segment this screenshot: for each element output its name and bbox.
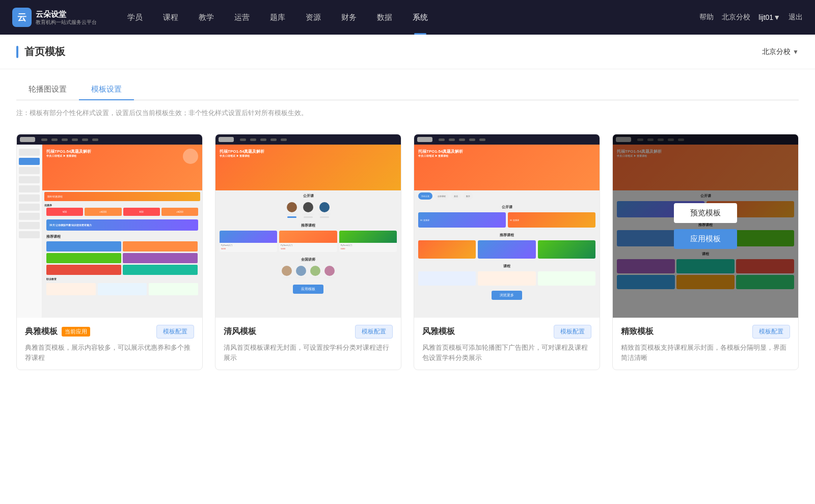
config-button-2[interactable]: 模板配置 — [554, 325, 591, 339]
config-button-3[interactable]: 模板配置 — [752, 325, 790, 339]
navbar: 云 云朵设堂 教育机构一站式服务云平台 学员 课程 教学 运营 题库 资源 财务… — [0, 0, 815, 35]
templates-grid: 托福TPO1-54真题及解析 学员 口语笔试 ▶ 查看课程 限时特惠课程 优惠券 — [0, 126, 815, 390]
chevron-down-icon: ▼ — [793, 48, 799, 55]
nav-item-data[interactable]: 数据 — [367, 0, 402, 35]
user-dropdown[interactable]: lijt01▼ — [758, 13, 780, 21]
template-footer-2: 风雅模板 模板配置 风雅首页模板可添加轮播图下广告图片，可对课程及课程包设置学科… — [414, 318, 600, 370]
template-preview-1: 托福TPO1-54真题及解析 学员 口语笔试 ▶ 查看课程 公开课 — [215, 134, 401, 318]
nav-item-courses[interactable]: 课程 — [153, 0, 188, 35]
mockup-1: 托福TPO1-54真题及解析 学员 口语笔试 ▶ 查看课程 限时特惠课程 优惠券 — [17, 134, 202, 318]
template-footer-0: 典雅模板 当前应用 模板配置 典雅首页模板，展示内容较多，可以展示优惠券和多个推… — [17, 318, 202, 370]
template-preview-2: 托福TPO1-54真题及解析 学员 口语笔试 ▶ 查看课程 学科分类 全部课程 … — [414, 134, 600, 318]
mockup-3: 托福TPO1-54真题及解析 学员 口语笔试 ▶ 查看课程 学科分类 全部课程 … — [414, 134, 600, 318]
nav-item-teaching[interactable]: 教学 — [188, 0, 224, 35]
mockup-2: 托福TPO1-54真题及解析 学员 口语笔试 ▶ 查看课程 公开课 — [215, 134, 401, 318]
template-name-3: 精致模板 — [621, 326, 654, 337]
tabs-container: 轮播图设置 模板设置 — [0, 69, 815, 100]
template-footer-1: 清风模板 模板配置 清风首页模板课程无封面，可设置按学科分类对课程进行展示 — [215, 318, 401, 370]
help-link[interactable]: 帮助 — [699, 13, 714, 22]
nav-item-system[interactable]: 系统 — [402, 0, 438, 35]
nav-items: 学员 课程 教学 运营 题库 资源 财务 数据 系统 — [117, 0, 699, 35]
template-desc-3: 精致首页模板支持课程展示封面，各模板分隔明显，界面简洁清晰 — [621, 343, 790, 362]
template-card-2: 托福TPO1-54真题及解析 学员 口语笔试 ▶ 查看课程 学科分类 全部课程 … — [414, 134, 600, 370]
template-name-0: 典雅模板 — [25, 326, 58, 337]
logo-icon: 云 — [12, 8, 32, 27]
page-header: 首页模板 北京分校 ▼ — [0, 35, 815, 69]
note-text: 注：模板有部分个性化样式设置，设置后仅当前模板生效；非个性化样式设置后针对所有模… — [0, 100, 815, 126]
tab-template[interactable]: 模板设置 — [79, 79, 134, 100]
template-desc-1: 清风首页模板课程无封面，可设置按学科分类对课程进行展示 — [224, 343, 393, 362]
nav-item-resources[interactable]: 资源 — [295, 0, 331, 35]
template-desc-2: 风雅首页模板可添加轮播图下广告图片，可对课程及课程包设置学科分类展示 — [422, 343, 591, 362]
nav-item-operations[interactable]: 运营 — [224, 0, 260, 35]
config-button-0[interactable]: 模板配置 — [156, 325, 194, 339]
branch-selector[interactable]: 北京分校 ▼ — [762, 47, 799, 57]
nav-right: 帮助 北京分校 lijt01▼ 退出 — [699, 13, 803, 22]
template-card-1: 托福TPO1-54真题及解析 学员 口语笔试 ▶ 查看课程 公开课 — [215, 134, 401, 370]
logout-button[interactable]: 退出 — [789, 13, 803, 22]
config-button-1[interactable]: 模板配置 — [355, 325, 393, 339]
template-preview-0: 托福TPO1-54真题及解析 学员 口语笔试 ▶ 查看课程 限时特惠课程 优惠券 — [17, 134, 202, 318]
nav-item-students[interactable]: 学员 — [117, 0, 153, 35]
page-content: 首页模板 北京分校 ▼ 轮播图设置 模板设置 注：模板有部分个性化样式设置，设置… — [0, 35, 815, 504]
template-name-2: 风雅模板 — [422, 326, 455, 337]
nav-item-questions[interactable]: 题库 — [260, 0, 295, 35]
title-bar-decoration — [16, 46, 18, 58]
apply-template-button[interactable]: 应用模板 — [674, 229, 737, 249]
template-preview-3: 托福TPO1-54真题及解析 学员 口语笔试 ▶ 查看课程 公开课 推荐课程 — [613, 134, 798, 318]
template-card-3: 托福TPO1-54真题及解析 学员 口语笔试 ▶ 查看课程 公开课 推荐课程 — [612, 134, 799, 370]
template-overlay-3: 预览模板 应用模板 — [613, 134, 798, 318]
logo-text: 云朵设堂 教育机构一站式服务云平台 — [36, 9, 97, 26]
nav-item-finance[interactable]: 财务 — [331, 0, 367, 35]
current-badge-0: 当前应用 — [62, 327, 90, 337]
template-name-1: 清风模板 — [224, 326, 256, 337]
template-card-0: 托福TPO1-54真题及解析 学员 口语笔试 ▶ 查看课程 限时特惠课程 优惠券 — [16, 134, 203, 370]
template-footer-3: 精致模板 模板配置 精致首页模板支持课程展示封面，各模板分隔明显，界面简洁清晰 — [613, 318, 798, 370]
page-title: 首页模板 — [24, 45, 65, 59]
tabs: 轮播图设置 模板设置 — [16, 79, 799, 100]
tab-carousel[interactable]: 轮播图设置 — [16, 79, 79, 100]
template-desc-0: 典雅首页模板，展示内容较多，可以展示优惠券和多个推荐课程 — [25, 343, 194, 362]
branch-link[interactable]: 北京分校 — [722, 13, 750, 22]
preview-template-button[interactable]: 预览模板 — [674, 203, 737, 223]
page-title-container: 首页模板 — [16, 45, 65, 59]
logo[interactable]: 云 云朵设堂 教育机构一站式服务云平台 — [12, 8, 97, 27]
